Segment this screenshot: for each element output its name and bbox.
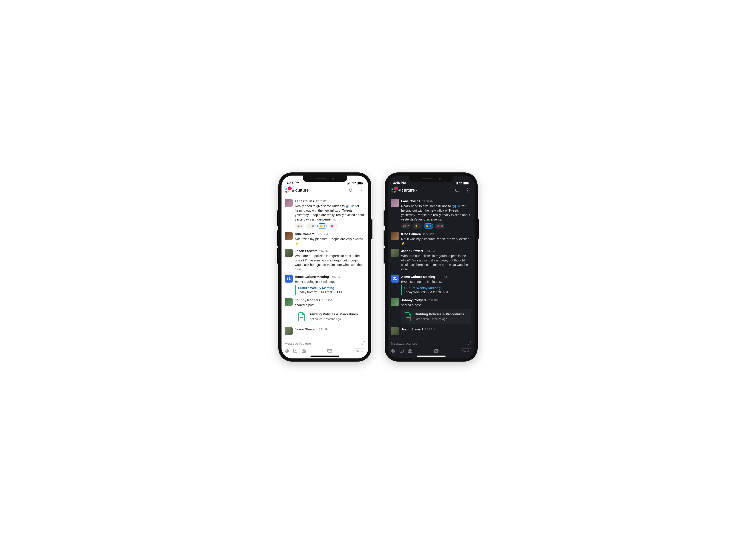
- expand-icon[interactable]: [362, 341, 365, 346]
- svg-rect-1: [348, 183, 349, 184]
- message-list[interactable]: Lane Collins12:50 PM Really need to give…: [282, 196, 368, 338]
- message-author[interactable]: Jason Stewart: [295, 327, 317, 331]
- svg-rect-0: [347, 183, 348, 184]
- message-time: 2:14 PM: [425, 249, 435, 253]
- message-text: No! It was my pleasure! People are very …: [295, 237, 365, 246]
- mention-icon[interactable]: [391, 349, 395, 354]
- message-time: 2:15 PM: [437, 275, 447, 279]
- chevron-down-icon: ▾: [416, 189, 417, 192]
- more-icon[interactable]: [357, 186, 365, 194]
- more-icon[interactable]: [463, 186, 472, 194]
- reaction[interactable]: 💗3: [435, 223, 445, 229]
- message-author[interactable]: Jason Stewart: [295, 249, 317, 253]
- send-button[interactable]: Send: [354, 349, 365, 354]
- status-icons: [347, 182, 363, 184]
- post-title: Building Policies & Procedures: [309, 312, 358, 317]
- svg-point-43: [394, 192, 395, 193]
- avatar[interactable]: [391, 249, 399, 257]
- calendar-icon[interactable]: 31: [391, 274, 399, 283]
- avatar[interactable]: [284, 232, 293, 240]
- message-author[interactable]: Acme Culture Meeting: [401, 274, 435, 279]
- post-attachment[interactable]: Building Policies & Procedures Last edit…: [295, 309, 365, 324]
- svg-rect-6: [362, 183, 363, 184]
- avatar[interactable]: [391, 327, 399, 335]
- message-item[interactable]: Kiné Camara12:55 PM No! It was my pleasu…: [388, 230, 474, 247]
- battery-icon: [357, 182, 363, 184]
- mention[interactable]: @julie: [452, 204, 461, 208]
- message-item[interactable]: Lane Collins12:50 PM Really need to give…: [282, 197, 368, 230]
- message-author[interactable]: Johnny Rodgers: [295, 298, 320, 302]
- app-header: 1 #culture ▾: [282, 185, 368, 196]
- search-icon[interactable]: [453, 186, 461, 194]
- home-indicator[interactable]: [417, 355, 446, 357]
- event-title[interactable]: Culture Weekly Meeting: [404, 286, 472, 290]
- channel-switcher[interactable]: #culture ▾: [292, 188, 311, 193]
- message-item[interactable]: Jason Stewart2:14 PM What are our polici…: [388, 247, 474, 273]
- message-list[interactable]: Lane Collins12:50 PM Really need to give…: [388, 196, 474, 338]
- message-item[interactable]: Johnny Rodgers2:18 PM shared a post Buil…: [388, 296, 474, 325]
- slash-command-icon[interactable]: [293, 349, 298, 354]
- attach-icon[interactable]: [408, 349, 412, 354]
- slack-logo[interactable]: 1: [284, 188, 290, 193]
- reaction[interactable]: 👏1: [423, 223, 433, 229]
- message-author[interactable]: Lane Collins: [401, 199, 420, 203]
- channel-switcher[interactable]: #culture ▾: [398, 188, 417, 193]
- message-item[interactable]: Johnny Rodgers2:18 PM shared a post Buil…: [282, 296, 368, 325]
- avatar[interactable]: [391, 199, 399, 207]
- message-item[interactable]: Jason Stewart2:22 PM: [388, 325, 474, 337]
- search-icon[interactable]: [347, 186, 355, 194]
- reaction[interactable]: 💗3: [329, 223, 338, 229]
- message-item[interactable]: Kiné Camara12:55 PM No! It was my pleasu…: [282, 230, 368, 247]
- send-button[interactable]: Send: [460, 349, 472, 354]
- photo-icon[interactable]: [327, 349, 332, 354]
- event-title[interactable]: Culture Weekly Meeting: [298, 286, 365, 290]
- home-indicator[interactable]: [310, 355, 339, 357]
- post-attachment[interactable]: Building Policies & Procedures Last edit…: [401, 309, 472, 324]
- message-author[interactable]: Jason Stewart: [401, 327, 423, 331]
- post-title: Building Policies & Procedures: [415, 312, 464, 317]
- mention-icon[interactable]: [284, 349, 289, 354]
- message-item[interactable]: Jason Stewart2:22 PM: [282, 325, 368, 337]
- message-input[interactable]: Message #culture: [284, 340, 359, 347]
- signal-icon: [454, 182, 458, 184]
- svg-line-54: [401, 350, 402, 352]
- message-item[interactable]: 31 Acme Culture Meeting2:15 PM Event sta…: [388, 273, 474, 296]
- message-author[interactable]: Johnny Rodgers: [401, 298, 426, 302]
- message-item[interactable]: 31 Acme Culture Meeting2:15 PM Event sta…: [282, 273, 368, 296]
- channel-name-text: culture: [295, 188, 309, 193]
- slash-command-icon[interactable]: [399, 349, 404, 354]
- reaction[interactable]: ✨8: [413, 223, 422, 229]
- expand-icon[interactable]: [468, 341, 472, 346]
- svg-line-25: [295, 350, 296, 352]
- attach-icon[interactable]: [302, 349, 306, 354]
- avatar[interactable]: [284, 199, 293, 207]
- status-time: 3:48 PM: [393, 181, 406, 184]
- message-item[interactable]: Jason Stewart2:14 PM What are our polici…: [282, 247, 368, 273]
- message-author[interactable]: Acme Culture Meeting: [295, 274, 329, 279]
- svg-point-28: [328, 350, 329, 350]
- message-item[interactable]: Lane Collins12:50 PM Really need to give…: [388, 197, 474, 230]
- message-author[interactable]: Kiné Camara: [295, 232, 315, 236]
- message-text: No! It was my pleasure! People are very …: [401, 237, 472, 246]
- slack-logo[interactable]: 1: [391, 188, 396, 193]
- message-author[interactable]: Jason Stewart: [401, 249, 423, 253]
- reaction[interactable]: 🎉2: [401, 223, 411, 229]
- reaction[interactable]: 👏1: [317, 223, 327, 229]
- avatar[interactable]: [284, 327, 293, 335]
- avatar[interactable]: [284, 249, 293, 257]
- message-author[interactable]: Lane Collins: [295, 199, 314, 203]
- message-author[interactable]: Kiné Camara: [401, 232, 421, 236]
- avatar[interactable]: [391, 298, 399, 306]
- reaction[interactable]: ✨8: [306, 223, 316, 229]
- reaction[interactable]: 🎉2: [295, 223, 304, 229]
- avatar[interactable]: [284, 298, 293, 306]
- photo-icon[interactable]: [434, 349, 439, 354]
- avatar[interactable]: [391, 232, 399, 240]
- calendar-icon[interactable]: 31: [284, 274, 293, 283]
- message-text: Event starting in 15 minutes:: [401, 279, 472, 284]
- svg-point-23: [286, 350, 288, 351]
- screen: 3:48 PM 1 #culture ▾: [388, 176, 474, 358]
- mention[interactable]: @julie: [345, 204, 355, 208]
- screen: 3:48 PM 1 #culture ▾: [282, 176, 368, 358]
- message-input[interactable]: Message #culture: [391, 340, 466, 347]
